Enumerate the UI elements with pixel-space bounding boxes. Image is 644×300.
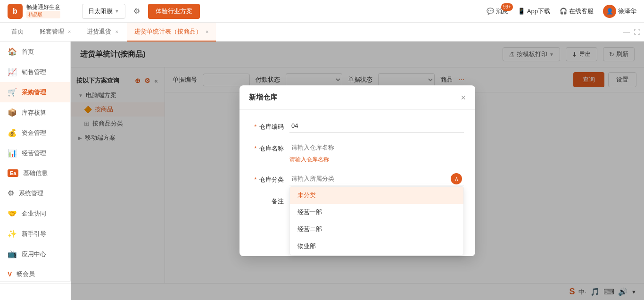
sidebar-item-finance[interactable]: 💰 资金管理: [0, 123, 70, 143]
sidebar-item-apps-label: 应用中心: [22, 250, 46, 258]
avatar: 👤: [603, 5, 616, 18]
sidebar-item-finance-label: 资金管理: [22, 129, 46, 137]
tab-bar-actions: — ⛶: [623, 28, 640, 36]
tab-maximize-icon[interactable]: ⛶: [634, 28, 640, 36]
tab-purchase-return-close-icon[interactable]: ×: [115, 29, 118, 34]
category-select-wrap: ∧ 未分类 经营一部 经营二部 物业部: [289, 172, 464, 185]
tab-bar: 首页 账套管理 × 进货退货 × 进货单统计表（按商品） × — ⛶: [0, 23, 644, 42]
header-right: 💬 消息 99+ 📱 App下载 🎧 在线客服 👤 徐泽华: [487, 5, 636, 18]
trial-button[interactable]: 体验行业方案: [148, 4, 200, 19]
app-name: 畅捷通好生意: [26, 4, 60, 11]
tab-home-label: 首页: [11, 27, 24, 36]
sidebar-item-vip-label: 畅会员: [17, 270, 35, 278]
enterprise-icon: 🤝: [8, 209, 17, 218]
form-row-category: * 仓库分类 ∧ 未分类 经营一部 经营二部 物业部: [251, 172, 464, 185]
tab-purchase-stats[interactable]: 进货单统计表（按商品） ×: [127, 23, 216, 42]
tab-purchase-stats-close-icon[interactable]: ×: [206, 29, 208, 34]
required-star-category: *: [254, 176, 256, 183]
sidebar-item-apps[interactable]: 📺 应用中心: [0, 244, 70, 264]
dropdown-option-dept2[interactable]: 经营二部: [290, 221, 463, 238]
app-badge: 精品版: [26, 11, 60, 18]
online-service-label: 在线客服: [569, 7, 594, 16]
modal-title: 新增仓库: [249, 93, 277, 102]
sales-icon: 📈: [8, 67, 17, 76]
modal-overlay: 新增仓库 × * 仓库编码: [71, 42, 644, 300]
user-item[interactable]: 👤 徐泽华: [603, 5, 636, 18]
vip-icon: V: [8, 270, 12, 278]
avatar-icon: 👤: [606, 8, 613, 15]
home-icon: 🏠: [8, 47, 17, 56]
sidebar-item-basic-info[interactable]: Ea 基础信息: [0, 163, 70, 183]
dropdown-option-unclassified[interactable]: 未分类: [290, 187, 463, 204]
category-input[interactable]: [289, 172, 464, 185]
user-name: 徐泽华: [618, 7, 636, 16]
required-star-code: *: [254, 123, 256, 130]
sidebar-item-sales-label: 销售管理: [22, 68, 46, 76]
category-arrow-icon[interactable]: ∧: [451, 173, 462, 184]
modal-add-warehouse: 新增仓库 × * 仓库编码: [239, 85, 475, 256]
purchase-icon: 🛒: [8, 88, 17, 97]
message-icon: 💬: [487, 8, 494, 15]
sidebar-item-purchase[interactable]: 🛒 采购管理: [0, 82, 70, 102]
sidebar-item-sales[interactable]: 📈 销售管理: [0, 62, 70, 82]
sidebar-item-operations-label: 经营管理: [22, 149, 46, 158]
app-download-item[interactable]: 📱 App下载: [518, 7, 550, 16]
modal-body: * 仓库编码 * 仓库名称: [239, 110, 475, 225]
app-download-label: App下载: [527, 7, 550, 16]
content-area: 进货单统计(按商品) 🖨 按模板打印 ▼ ⬇ 导出 ↻ 刷新: [71, 42, 644, 300]
tab-home[interactable]: 首页: [4, 23, 31, 42]
logo-area: b 畅捷通好生意 精品版: [8, 4, 78, 19]
sidebar-item-system[interactable]: ⚙ 系统管理: [0, 183, 70, 203]
store-chevron-icon: ▼: [115, 8, 119, 14]
required-star-name: *: [254, 145, 256, 152]
code-label: * 仓库编码: [251, 119, 284, 131]
sidebar-item-system-label: 系统管理: [19, 189, 43, 198]
tab-purchase-stats-label: 进货单统计表（按商品）: [134, 27, 202, 36]
tab-accounts[interactable]: 账套管理 ×: [32, 23, 78, 42]
operations-icon: 📊: [8, 149, 17, 158]
code-input[interactable]: [289, 119, 464, 133]
dropdown-option-property[interactable]: 物业部: [290, 238, 463, 255]
mobile-icon: 📱: [518, 8, 525, 15]
name-field-wrap: 请输入仓库名称: [289, 141, 464, 164]
store-name: 日太阳膜: [88, 7, 113, 16]
tab-accounts-close-icon[interactable]: ×: [68, 29, 71, 34]
finance-icon: 💰: [8, 128, 17, 137]
headset-icon: 🎧: [560, 8, 567, 15]
sidebar-item-inventory-label: 库存核算: [22, 108, 46, 117]
dropdown-option-dept1[interactable]: 经营一部: [290, 204, 463, 221]
sidebar-item-enterprise-label: 企业协同: [22, 209, 46, 218]
category-dropdown: 未分类 经营一部 经营二部 物业部: [289, 186, 464, 255]
tab-purchase-return[interactable]: 进货退货 ×: [79, 23, 125, 42]
app-logo-icon: b: [8, 4, 23, 19]
name-error-message: 请输入仓库名称: [289, 156, 464, 164]
tab-accounts-label: 账套管理: [40, 27, 64, 36]
sidebar-item-operations[interactable]: 📊 经营管理: [0, 143, 70, 163]
modal-close-icon[interactable]: ×: [461, 93, 466, 102]
sidebar-item-home[interactable]: 🏠 首页: [0, 42, 70, 62]
settings-icon[interactable]: ⚙: [129, 4, 144, 19]
tab-minimize-icon[interactable]: —: [623, 28, 630, 36]
message-item[interactable]: 💬 消息 99+: [487, 7, 508, 16]
main-layout: 🏠 首页 📈 销售管理 🛒 采购管理 📦 库存核算 💰 资金管理 📊 经营管理 …: [0, 42, 644, 300]
sidebar-item-purchase-label: 采购管理: [22, 88, 46, 97]
system-icon: ⚙: [8, 189, 14, 198]
sidebar-item-enterprise[interactable]: 🤝 企业协同: [0, 203, 70, 224]
note-label: 备注: [251, 194, 284, 206]
guide-icon: ✨: [8, 229, 17, 238]
apps-icon: 📺: [8, 250, 17, 258]
sidebar-item-guide[interactable]: ✨ 新手引导: [0, 224, 70, 244]
top-header: b 畅捷通好生意 精品版 日太阳膜 ▼ ⚙ 体验行业方案 💬 消息 99+ 📱 …: [0, 0, 644, 23]
sidebar-item-guide-label: 新手引导: [22, 230, 46, 238]
online-service-item[interactable]: 🎧 在线客服: [560, 7, 594, 16]
name-label: * 仓库名称: [251, 141, 284, 153]
name-input[interactable]: [289, 141, 464, 154]
sidebar-item-basic-info-label: 基础信息: [23, 169, 48, 177]
store-selector[interactable]: 日太阳膜 ▼: [82, 4, 125, 19]
category-label: * 仓库分类: [251, 172, 284, 184]
sidebar-item-home-label: 首页: [22, 48, 34, 56]
modal-header: 新增仓库 ×: [239, 85, 475, 110]
sidebar-item-inventory[interactable]: 📦 库存核算: [0, 102, 70, 123]
form-row-code: * 仓库编码: [251, 119, 464, 133]
message-badge: 99+: [501, 3, 513, 11]
